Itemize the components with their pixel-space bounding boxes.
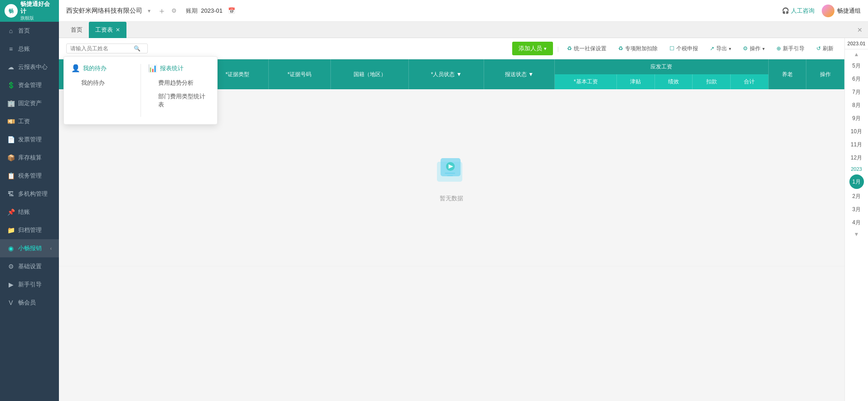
logo-icon: 畅	[5, 4, 18, 18]
headset-icon: 🎧	[782, 7, 789, 14]
logo-area: 畅 畅捷通好会计 旗舰版	[0, 0, 59, 22]
company-name: 西安虾米网络科技有限公司	[66, 7, 142, 15]
company-dropdown-icon[interactable]: ▾	[148, 8, 150, 14]
sidebar-item-xiaochang[interactable]: ◉ 小畅报销 ‹	[0, 239, 59, 257]
todo-icon: 👤	[71, 64, 80, 72]
calendar-icon[interactable]: 📅	[228, 7, 235, 14]
sidebar-item-guide[interactable]: ▶ 新手引导	[0, 275, 59, 294]
popup-item-my-todo[interactable]: 我的待办	[71, 76, 133, 90]
main-area: 西安虾米网络科技有限公司 ▾ ＋ ⚙ 账期 2023-01 📅 🎧 人工咨询 畅…	[59, 0, 868, 401]
guide-icon: ▶	[7, 281, 15, 288]
tab-close-icon[interactable]: ✕	[116, 27, 120, 33]
sidebar-item-member[interactable]: V 畅会员	[0, 294, 59, 312]
sidebar-item-basic-settings[interactable]: ⚙ 基础设置	[0, 257, 59, 275]
company-settings-icon[interactable]: ⚙	[171, 7, 177, 14]
sidebar-item-archive[interactable]: 📁 归档管理	[0, 221, 59, 239]
period-value: 2023-01	[201, 7, 223, 14]
popup-overlay: 👤 我的待办 我的待办 📊 报表统计 费用趋势分析 部门费用类型统计表	[59, 38, 868, 401]
popup-item-dept-cost[interactable]: 部门费用类型统计表	[148, 90, 210, 111]
sidebar-item-closing[interactable]: 📌 结账	[0, 203, 59, 221]
salary-icon: 💴	[7, 118, 15, 125]
sidebar-item-home[interactable]: ⌂ 首页	[0, 22, 59, 40]
sidebar-item-inventory[interactable]: 📦 库存核算	[0, 149, 59, 167]
sidebar-item-tax[interactable]: 📋 税务管理	[0, 167, 59, 185]
ledger-icon: ≡	[7, 45, 15, 53]
period-label: 账期 2023-01	[186, 7, 223, 15]
fund-icon: 💲	[7, 82, 15, 89]
tab-close-all[interactable]: ✕	[857, 26, 863, 34]
invoice-icon: 📄	[7, 136, 15, 143]
popup-item-cost-trend[interactable]: 费用趋势分析	[148, 76, 210, 90]
closing-icon: 📌	[7, 208, 15, 216]
inventory-icon: 📦	[7, 154, 15, 161]
content-area: 🔍 添加人员 ▾ | ♻ 统一社保设置 ♻ 专项附加扣除 ☐	[59, 38, 868, 401]
cloud-icon: ☁	[7, 63, 15, 71]
popup-section-title-report: 📊 报表统计	[148, 64, 210, 72]
assets-icon: 🏢	[7, 100, 15, 107]
sidebar-item-ledger[interactable]: ≡ 总账	[0, 40, 59, 58]
multi-org-icon: 🏗	[7, 190, 15, 198]
popup-menu: 👤 我的待办 我的待办 📊 报表统计 费用趋势分析 部门费用类型统计表	[63, 56, 218, 125]
sidebar-item-fund[interactable]: 💲 资金管理	[0, 76, 59, 94]
popup-divider	[141, 64, 141, 117]
sidebar-nav: ⌂ 首页 ≡ 总账 ☁ 云报表中心 💲 资金管理 🏢 固定资产 💴 工资 📄 发…	[0, 22, 59, 401]
sidebar: 畅 畅捷通好会计 旗舰版 ⌂ 首页 ≡ 总账 ☁ 云报表中心 💲 资金管理 🏢 …	[0, 0, 59, 401]
add-company-button[interactable]: ＋	[158, 5, 166, 16]
logo-text: 畅捷通好会计 旗舰版	[20, 0, 54, 21]
popup-section-title-todo: 👤 我的待办	[71, 64, 133, 72]
sidebar-item-cloud-report[interactable]: ☁ 云报表中心	[0, 58, 59, 76]
sidebar-item-multi-org[interactable]: 🏗 多机构管理	[0, 185, 59, 203]
popup-section-todo: 👤 我的待办 我的待办	[71, 64, 133, 111]
service-button[interactable]: 🎧 人工咨询	[782, 7, 815, 15]
archive-icon: 📁	[7, 227, 15, 234]
tab-home[interactable]: 首页	[64, 22, 89, 38]
popup-cols: 👤 我的待办 我的待办 📊 报表统计 费用趋势分析 部门费用类型统计表	[71, 64, 210, 117]
user-area[interactable]: 畅捷通组	[822, 5, 861, 17]
sidebar-item-fixed-assets[interactable]: 🏢 固定资产	[0, 94, 59, 112]
home-icon: ⌂	[7, 27, 15, 34]
topbar: 西安虾米网络科技有限公司 ▾ ＋ ⚙ 账期 2023-01 📅 🎧 人工咨询 畅…	[59, 0, 868, 22]
member-icon: V	[7, 299, 15, 306]
tab-salary[interactable]: 工资表 ✕	[89, 22, 126, 38]
username-label: 畅捷通组	[837, 7, 861, 15]
topbar-right: 🎧 人工咨询 畅捷通组	[782, 5, 861, 17]
tax-icon: 📋	[7, 172, 15, 179]
popup-section-report: 📊 报表统计 费用趋势分析 部门费用类型统计表	[148, 64, 210, 111]
tabbar: 首页 工资表 ✕ ✕	[59, 22, 868, 38]
sidebar-item-salary[interactable]: 💴 工资	[0, 112, 59, 130]
avatar	[822, 5, 834, 17]
settings-icon: ⚙	[7, 263, 15, 270]
sidebar-item-invoice[interactable]: 📄 发票管理	[0, 130, 59, 149]
report-icon: 📊	[148, 64, 157, 72]
xiaochang-icon: ◉	[7, 245, 15, 252]
sidebar-collapse-icon: ‹	[50, 246, 52, 251]
